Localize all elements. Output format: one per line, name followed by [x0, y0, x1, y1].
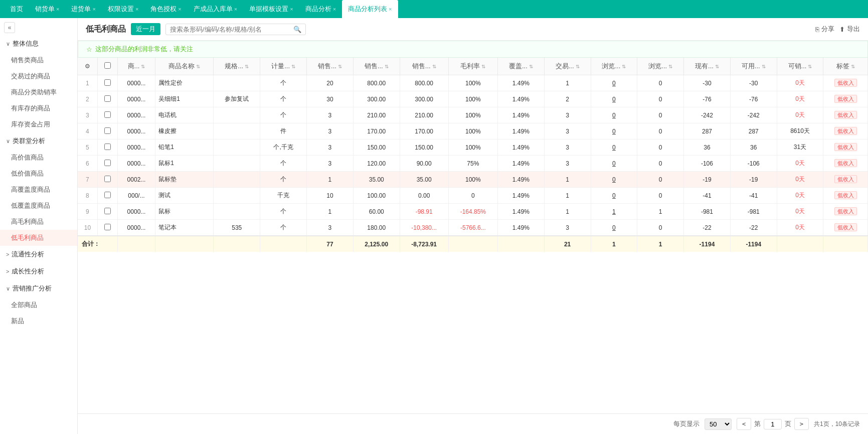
row-gross-margin: 100% — [448, 91, 497, 107]
sidebar-item-high-value[interactable]: 高价值商品 — [0, 150, 77, 166]
row-checkbox[interactable] — [104, 79, 111, 86]
nav-close-icon[interactable]: × — [92, 6, 95, 12]
row-view1[interactable]: 0 — [591, 139, 637, 156]
nav-close-icon[interactable]: × — [178, 6, 181, 12]
search-icon[interactable]: 🔍 — [293, 26, 301, 33]
row-view1[interactable]: 0 — [591, 172, 637, 188]
row-unit: 个 — [260, 220, 307, 236]
row-view1[interactable]: 0 — [591, 75, 637, 91]
row-checkbox[interactable] — [104, 95, 111, 102]
nav-close-icon[interactable]: × — [290, 6, 293, 12]
sidebar-item-high-margin[interactable]: 高毛利商品 — [0, 214, 77, 230]
th-checkbox[interactable] — [97, 58, 117, 75]
row-view1[interactable]: 0 — [591, 91, 637, 107]
sidebar-item-stock-capital[interactable]: 库存资金占用 — [0, 116, 77, 132]
row-tag: 低收入 — [823, 123, 868, 139]
footer-view2: 1 — [637, 236, 684, 252]
page-number-input[interactable] — [764, 419, 782, 429]
row-sale-price: 100.00 — [353, 188, 400, 204]
th-settings[interactable]: ⚙ — [78, 58, 97, 75]
nav-product-analysis[interactable]: 商品分析 × — [299, 0, 342, 18]
page-size-select[interactable]: 50 20 100 — [705, 418, 732, 430]
row-current-stock: 287 — [684, 123, 731, 139]
sidebar-item-all-products[interactable]: 全部商品 — [0, 297, 77, 313]
row-view1[interactable]: 0 — [591, 107, 637, 123]
nav-template-settings[interactable]: 单据模板设置 × — [243, 0, 299, 18]
row-sale-price: 800.00 — [353, 75, 400, 91]
nav-close-icon[interactable]: × — [135, 6, 138, 12]
row-name: 鼠标1 — [155, 156, 214, 172]
sidebar-group-cluster[interactable]: ∨ 类群堂分析 — [0, 132, 77, 150]
row-gross-margin: 100% — [448, 123, 497, 139]
row-checkbox[interactable] — [104, 127, 111, 134]
share-button[interactable]: ⎘ 分享 — [815, 25, 834, 34]
row-view1[interactable]: 1 — [591, 204, 637, 220]
nav-purchase-order[interactable]: 进货单 × — [65, 0, 101, 18]
sidebar-item-sales-products[interactable]: 销售类商品 — [0, 52, 77, 68]
row-checkbox[interactable] — [104, 192, 111, 198]
tag-badge: 低收入 — [834, 127, 857, 135]
row-unit: 千克 — [260, 188, 307, 204]
row-checkbox[interactable] — [104, 111, 111, 118]
row-checkbox[interactable] — [104, 160, 111, 166]
content-area: 低毛利商品 近一月 🔍 ⎘ 分享 ⬆ 导出 ☆ 这部分商品的利润非常低，请关注 — [78, 18, 868, 434]
row-available-stock: -41 — [730, 188, 777, 204]
row-checkbox[interactable] — [104, 224, 111, 230]
select-all-checkbox[interactable] — [104, 62, 111, 69]
nav-product-inbound[interactable]: 产成品入库单 × — [188, 0, 243, 18]
nav-permission-settings[interactable]: 权限设置 × — [102, 0, 144, 18]
row-checkbox[interactable] — [104, 176, 111, 182]
nav-sales-order[interactable]: 销货单 × — [29, 0, 65, 18]
sidebar: « ∨ 整体信息 销售类商品 交易过的商品 商品分类助销率 有库存的商品 库存资… — [0, 18, 78, 434]
row-trade-count: 3 — [544, 107, 591, 123]
row-view2: 0 — [637, 107, 684, 123]
table-header-row: ⚙ 商...⇅ 商品名称⇅ 规格...⇅ 计量...⇅ 销售...⇅ 销售...… — [78, 58, 868, 75]
row-current-stock: -41 — [684, 188, 731, 204]
sidebar-item-stocked-products[interactable]: 有库存的商品 — [0, 100, 77, 116]
row-checkbox-cell — [97, 220, 117, 236]
row-sale-qty: 10 — [307, 188, 354, 204]
sidebar-group-overall[interactable]: ∨ 整体信息 — [0, 35, 77, 52]
header-actions: ⎘ 分享 ⬆ 导出 — [815, 25, 860, 34]
page-navigation: ＜ 第 页 ＞ — [737, 418, 809, 430]
nav-close-icon[interactable]: × — [56, 6, 59, 12]
filter-button[interactable]: 近一月 — [131, 23, 160, 35]
export-button[interactable]: ⬆ 导出 — [839, 25, 860, 34]
sidebar-collapse-btn[interactable]: « — [4, 22, 15, 33]
sidebar-item-high-coverage[interactable]: 高覆盖度商品 — [0, 182, 77, 198]
row-sale-price: 180.00 — [353, 220, 400, 236]
tag-badge: 低收入 — [834, 143, 857, 151]
nav-product-analysis-list[interactable]: 商品分析列表 × — [342, 0, 398, 18]
nav-home[interactable]: 首页 — [4, 0, 29, 18]
row-view1[interactable]: 0 — [591, 188, 637, 204]
th-available-stock: 可用...⇅ — [730, 58, 777, 75]
nav-close-icon[interactable]: × — [389, 6, 392, 12]
prev-page-button[interactable]: ＜ — [737, 418, 751, 430]
nav-role-auth[interactable]: 角色授权 × — [144, 0, 187, 18]
sidebar-group-liquidity[interactable]: > 流通性分析 — [0, 246, 77, 263]
row-checkbox[interactable] — [104, 208, 111, 214]
sidebar-item-low-value[interactable]: 低价值商品 — [0, 166, 77, 182]
sidebar-item-new-products[interactable]: 新品 — [0, 313, 77, 329]
row-gross-margin: 100% — [448, 172, 497, 188]
sidebar-item-category-rate[interactable]: 商品分类助销率 — [0, 84, 77, 100]
row-available-stock: -981 — [730, 204, 777, 220]
search-input[interactable] — [170, 26, 293, 33]
row-num: 4 — [78, 123, 97, 139]
row-view1[interactable]: 0 — [591, 220, 637, 236]
sidebar-item-low-coverage[interactable]: 低覆盖度商品 — [0, 198, 77, 214]
row-name: 属性定价 — [155, 75, 214, 91]
th-sale-amount: 销售...⇅ — [400, 58, 448, 75]
sidebar-group-growth[interactable]: > 成长性分析 — [0, 263, 77, 280]
row-view1[interactable]: 0 — [591, 156, 637, 172]
row-checkbox[interactable] — [104, 143, 111, 150]
row-view1[interactable]: 0 — [591, 123, 637, 139]
nav-close-icon[interactable]: × — [234, 6, 237, 12]
next-page-button[interactable]: ＞ — [794, 418, 809, 430]
nav-close-icon[interactable]: × — [333, 6, 336, 12]
sidebar-item-traded-products[interactable]: 交易过的商品 — [0, 68, 77, 84]
sidebar-item-low-margin[interactable]: 低毛利商品 — [0, 230, 77, 246]
sidebar-group-marketing[interactable]: ∨ 营销推广分析 — [0, 280, 77, 297]
row-sale-qty: 20 — [307, 75, 354, 91]
row-gross-margin: -164.85% — [448, 204, 497, 220]
